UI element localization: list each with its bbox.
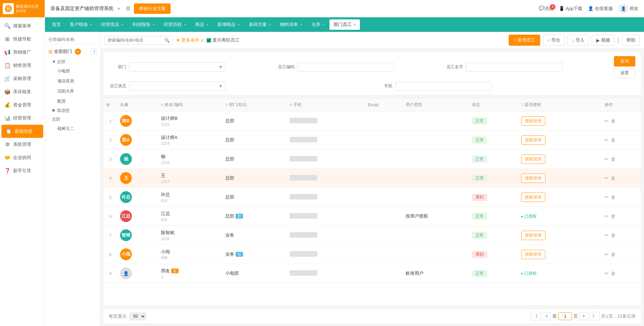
prev-page-btn[interactable]: <: [542, 312, 551, 320]
user-avatar[interactable]: 👤 用友: [618, 4, 638, 14]
delete-btn[interactable]: 🗑: [611, 194, 616, 200]
sidebar-item-finance[interactable]: 💰资金管理: [0, 98, 45, 112]
tab-bom[interactable]: 物料清单×: [276, 19, 306, 30]
sidebar-item-enterprise[interactable]: 🤝企业协同: [0, 151, 45, 164]
add-employee-button[interactable]: + 新增员工: [509, 35, 540, 46]
th-settings[interactable]: ⚙: [103, 98, 117, 112]
th-dept[interactable]: ⇅ 部门/职位: [223, 98, 287, 112]
toolbar-search-input[interactable]: [108, 38, 163, 43]
video-button[interactable]: ▶ 视频: [592, 35, 615, 46]
sidebar-item-system[interactable]: ⚙系统管理: [0, 138, 45, 151]
tab-staff[interactable]: 部门员工×: [329, 19, 360, 30]
tab-home[interactable]: 首页: [48, 19, 65, 30]
tab-barcode[interactable]: 条码方案×: [245, 19, 275, 30]
dept-section-zongbu2[interactable]: 总部: [48, 115, 100, 124]
th-name[interactable]: ⇅ 姓名/编码: [158, 98, 223, 112]
sidebar-item-purchase[interactable]: 🛒采购管理: [0, 72, 45, 85]
auth-btn[interactable]: 授权登录: [521, 135, 545, 145]
toolbar-search-box[interactable]: 🔍: [105, 36, 173, 45]
filter-settings-button[interactable]: 设置: [614, 68, 635, 78]
edit-btn[interactable]: ✏: [605, 252, 609, 257]
close-add-goods-tab[interactable]: ×: [237, 23, 239, 27]
filter-status-select[interactable]: ▼: [129, 81, 226, 91]
sidebar-item-sales[interactable]: 📋销售管理: [0, 59, 45, 72]
sidebar-item-guide[interactable]: ❓新手引导: [0, 164, 45, 177]
filter-phone-input[interactable]: [395, 82, 492, 91]
edit-btn[interactable]: ✏: [605, 271, 609, 276]
topbar-gear-icon[interactable]: ⚙: [126, 5, 130, 12]
edit-btn[interactable]: ✏: [605, 232, 609, 238]
edit-btn[interactable]: ✏: [605, 194, 609, 200]
next-page-btn[interactable]: >: [579, 312, 588, 320]
close-warehouse-tab[interactable]: ×: [323, 23, 325, 27]
dept-collapse-btn[interactable]: 《: [90, 49, 97, 55]
edit-btn[interactable]: ✏: [605, 137, 609, 143]
dept-item-xiaodibu[interactable]: 小电部: [48, 66, 100, 76]
dept-search-box[interactable]: 🔍: [45, 35, 100, 44]
help-button[interactable]: 帮助: [622, 35, 640, 46]
sidebar-item-quick-nav[interactable]: ⊞快捷导航: [0, 33, 45, 46]
tab-add-goods[interactable]: 新增商品×: [213, 19, 244, 30]
sidebar-item-inventory[interactable]: 📦库存核算: [0, 85, 45, 98]
close-barcode-tab[interactable]: ×: [269, 23, 271, 27]
auth-btn[interactable]: 授权登录: [521, 231, 545, 240]
th-phone[interactable]: ⇅ 手机: [287, 98, 365, 112]
delete-btn[interactable]: 🗑: [611, 213, 616, 219]
close-customer-tab[interactable]: ×: [90, 23, 92, 27]
current-page-input[interactable]: [558, 312, 572, 320]
sidebar-item-search[interactable]: 🔍搜索菜单: [0, 19, 45, 33]
delete-btn[interactable]: 🗑: [611, 175, 616, 181]
sidebar-item-marketing[interactable]: 📢营销推广: [0, 46, 45, 59]
topbar-trial-button[interactable]: 体验行业方案: [134, 3, 171, 14]
online-service-link[interactable]: 👤 在线客服: [588, 6, 613, 12]
tab-business[interactable]: 经营情况×: [97, 19, 127, 30]
last-page-btn[interactable]: 》: [589, 312, 600, 320]
close-staff-tab[interactable]: ×: [354, 23, 356, 27]
dept-all-item[interactable]: ⊞ 全部部门 ✏ 《: [45, 46, 100, 58]
edit-btn[interactable]: ✏: [605, 213, 609, 219]
sidebar-item-basic-info[interactable]: 📋基础信息: [1, 125, 43, 138]
delete-btn[interactable]: 🗑: [611, 156, 616, 162]
auth-btn[interactable]: 授权登录: [521, 155, 545, 164]
delete-btn[interactable]: 🗑: [611, 232, 616, 238]
close-bom-tab[interactable]: ×: [300, 23, 302, 27]
dept-search-input[interactable]: [48, 37, 100, 42]
dept-item-xiangmu[interactable]: 项目库房: [48, 76, 100, 86]
edit-btn[interactable]: ✏: [605, 175, 609, 181]
dept-item-zhishu[interactable]: 植树王二: [48, 124, 100, 134]
delete-btn[interactable]: 🗑: [611, 271, 616, 276]
delete-btn[interactable]: 🗑: [611, 137, 616, 143]
filter-empcode-input[interactable]: [297, 63, 394, 72]
tab-warehouse[interactable]: 仓库×: [307, 19, 329, 30]
dept-edit-icon[interactable]: ✏: [75, 49, 81, 55]
edit-btn[interactable]: ✏: [605, 156, 609, 162]
export-button[interactable]: ↑ 导出: [543, 35, 565, 46]
app-download-link[interactable]: 📱 App下载: [559, 6, 582, 12]
sidebar-item-operations[interactable]: 📊经营管理: [0, 112, 45, 125]
filter-search-button[interactable]: 查询: [614, 56, 635, 67]
per-page-select[interactable]: 50: [129, 312, 146, 320]
auth-btn[interactable]: 授权登录: [521, 193, 545, 202]
dept-item-shenyang[interactable]: 沈阳大库: [48, 86, 100, 96]
auth-btn[interactable]: 授权登录: [521, 116, 545, 126]
filter-empname-input[interactable]: [466, 63, 563, 72]
dept-item-peihuo[interactable]: 配货: [48, 96, 100, 106]
close-goods-tab[interactable]: ×: [206, 23, 208, 27]
topbar-dropdown-icon[interactable]: ▼: [117, 7, 121, 11]
tab-goods[interactable]: 商品×: [191, 19, 212, 30]
delete-btn[interactable]: 🗑: [611, 252, 616, 257]
auth-btn[interactable]: 授权登录: [521, 250, 545, 259]
close-history-tab[interactable]: ×: [184, 23, 186, 27]
edit-btn[interactable]: ✏: [605, 118, 609, 124]
delete-btn[interactable]: 🗑: [611, 118, 616, 124]
dept-section-zongbu[interactable]: ▼ 总部: [48, 58, 100, 66]
filter-dept-select[interactable]: ▼: [129, 62, 226, 72]
tab-history[interactable]: 经营历程×: [160, 19, 190, 30]
show-resigned-input[interactable]: [207, 38, 211, 43]
dept-section-shuangluxiang[interactable]: ▶ 双虑想: [48, 106, 100, 115]
close-business-tab[interactable]: ×: [121, 23, 123, 27]
tab-profit[interactable]: 利润报告×: [128, 19, 159, 30]
auth-btn[interactable]: 授权登录: [521, 174, 545, 183]
import-button[interactable]: ↓ 导入: [568, 35, 589, 46]
show-resigned-checkbox[interactable]: 显示离职员工: [207, 37, 239, 43]
